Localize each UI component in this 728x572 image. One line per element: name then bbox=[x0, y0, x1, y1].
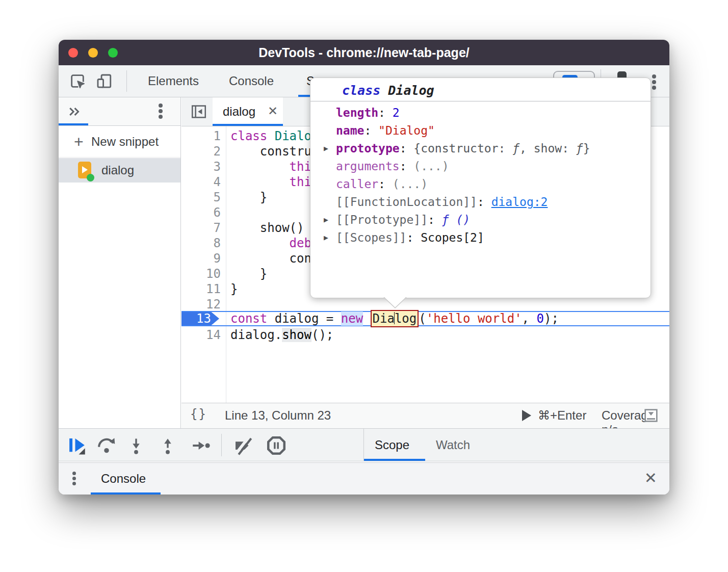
execution-line-number[interactable]: 13 bbox=[181, 312, 219, 325]
main-menu-kebab-icon[interactable] bbox=[652, 74, 656, 91]
token: : bbox=[378, 106, 393, 119]
navigator-sidebar: + New snippet dialog bbox=[59, 97, 181, 428]
window-title: DevTools - chrome://new-tab-page/ bbox=[59, 40, 669, 65]
token: con bbox=[230, 251, 311, 266]
code-text: this bbox=[230, 174, 319, 190]
code-line[interactable]: 12 bbox=[181, 297, 669, 312]
token: } bbox=[230, 282, 238, 296]
tab-elements[interactable]: Elements bbox=[140, 65, 206, 97]
token: (...) bbox=[393, 177, 428, 191]
token: ); bbox=[544, 311, 559, 326]
token: : bbox=[477, 195, 491, 209]
step-icon[interactable] bbox=[190, 435, 212, 456]
sidebar-panel-divider bbox=[363, 429, 364, 461]
line-number[interactable]: 2 bbox=[181, 144, 226, 159]
line-number[interactable]: 8 bbox=[181, 236, 226, 251]
expand-triangle-icon[interactable]: ▶ bbox=[324, 140, 336, 158]
line-number[interactable]: 1 bbox=[181, 128, 226, 144]
line-number[interactable]: 11 bbox=[181, 281, 226, 297]
drawer-tab-console[interactable]: Console bbox=[101, 463, 146, 495]
token: dialog. bbox=[230, 328, 282, 342]
code-text: this bbox=[230, 159, 319, 174]
close-tab-icon[interactable]: ✕ bbox=[268, 97, 278, 126]
tab-watch[interactable]: Watch bbox=[436, 429, 470, 461]
tab-console[interactable]: Console bbox=[222, 65, 281, 97]
token: arguments bbox=[336, 160, 400, 173]
expand-triangle-icon[interactable]: ▶ bbox=[324, 211, 336, 229]
token: , bbox=[522, 311, 537, 326]
step-over-icon[interactable] bbox=[96, 435, 117, 456]
token: : bbox=[428, 213, 442, 226]
editor-tab-indicator bbox=[213, 124, 283, 126]
line-number[interactable]: 10 bbox=[181, 266, 226, 281]
pretty-print-icon[interactable]: {} bbox=[190, 407, 207, 421]
property-row[interactable]: arguments: (...) bbox=[310, 158, 651, 175]
token: (...) bbox=[413, 160, 449, 173]
execution-code-line[interactable]: 13const dialog = new Dialog('hello world… bbox=[181, 311, 669, 326]
console-drawer: Console ✕ bbox=[59, 462, 669, 495]
editor-tab-dialog[interactable]: dialog ✕ bbox=[213, 97, 283, 126]
more-tabs-icon[interactable] bbox=[67, 104, 82, 119]
inspect-element-icon[interactable] bbox=[69, 72, 86, 90]
run-snippet-icon[interactable] bbox=[522, 410, 531, 421]
token: Dialog bbox=[380, 83, 434, 98]
scope-tab-indicator bbox=[364, 459, 425, 461]
token: dialog = bbox=[267, 311, 341, 326]
token: 2 bbox=[393, 106, 400, 119]
show-drawer-icon[interactable] bbox=[643, 407, 659, 424]
token: : bbox=[400, 160, 414, 173]
plus-icon: + bbox=[74, 133, 84, 151]
property-row[interactable]: ▶[[Prototype]]: ƒ () bbox=[310, 211, 651, 229]
property-row[interactable]: ▶prototype: {constructor: ƒ, show: ƒ} bbox=[310, 140, 651, 158]
property-row[interactable]: name: "Dialog" bbox=[310, 122, 651, 140]
token: constru bbox=[230, 144, 311, 159]
token: 'hello world' bbox=[426, 311, 522, 326]
snippet-item-dialog[interactable]: dialog bbox=[59, 158, 180, 183]
token: new bbox=[341, 311, 363, 326]
devtools-window: DevTools - chrome://new-tab-page/ Elemen… bbox=[59, 40, 669, 495]
popup-pointer-arrow bbox=[383, 297, 407, 309]
code-text: constru bbox=[230, 144, 311, 159]
close-drawer-icon[interactable]: ✕ bbox=[644, 463, 657, 495]
new-snippet-label: New snippet bbox=[91, 126, 159, 157]
property-row[interactable]: [[FunctionLocation]]: dialog:2 bbox=[310, 193, 651, 211]
property-row[interactable]: caller: (...) bbox=[310, 175, 651, 193]
expand-triangle-icon[interactable]: ▶ bbox=[324, 229, 336, 247]
property-row[interactable]: length: 2 bbox=[310, 104, 651, 122]
line-number[interactable]: 4 bbox=[181, 174, 226, 190]
line-number[interactable]: 12 bbox=[181, 297, 226, 312]
line-number[interactable]: 9 bbox=[181, 251, 226, 266]
resume-script-icon[interactable] bbox=[66, 435, 88, 456]
deactivate-breakpoints-icon[interactable] bbox=[232, 435, 253, 456]
pause-on-exceptions-icon[interactable] bbox=[266, 435, 287, 456]
token: name bbox=[336, 124, 364, 137]
step-out-icon[interactable] bbox=[159, 435, 177, 456]
drawer-menu-kebab-icon[interactable] bbox=[72, 472, 76, 486]
new-snippet-button[interactable]: + New snippet bbox=[59, 126, 180, 158]
line-number[interactable]: 14 bbox=[181, 327, 226, 343]
line-number[interactable]: 6 bbox=[181, 205, 226, 220]
token: Dia bbox=[371, 310, 395, 327]
device-toolbar-icon[interactable] bbox=[95, 72, 113, 90]
hide-navigator-icon[interactable] bbox=[190, 103, 207, 120]
token: [[Prototype]] bbox=[336, 213, 428, 226]
line-number[interactable]: 7 bbox=[181, 220, 226, 236]
code-line[interactable]: 14dialog.show(); bbox=[181, 327, 669, 343]
code-text: debu bbox=[230, 236, 319, 251]
navigator-menu-kebab-icon[interactable] bbox=[159, 103, 163, 120]
drawer-console-indicator bbox=[91, 492, 161, 495]
token bbox=[230, 160, 290, 174]
object-preview-popup: class Dialog length: 2name: "Dialog"▶pro… bbox=[310, 77, 651, 298]
tab-scope[interactable]: Scope bbox=[375, 429, 409, 461]
debugger-toolbar: Scope Watch bbox=[59, 428, 669, 461]
line-number[interactable]: 3 bbox=[181, 159, 226, 174]
token: ƒ () bbox=[442, 213, 470, 226]
token: : bbox=[378, 177, 393, 191]
line-number[interactable]: 5 bbox=[181, 190, 226, 205]
token: : bbox=[400, 142, 414, 155]
step-into-icon[interactable] bbox=[127, 435, 145, 456]
token: , show: bbox=[519, 142, 576, 155]
property-row[interactable]: ▶[[Scopes]]: Scopes[2] bbox=[310, 229, 651, 247]
token bbox=[363, 311, 370, 326]
cursor-position-label: Line 13, Column 23 bbox=[225, 408, 331, 423]
